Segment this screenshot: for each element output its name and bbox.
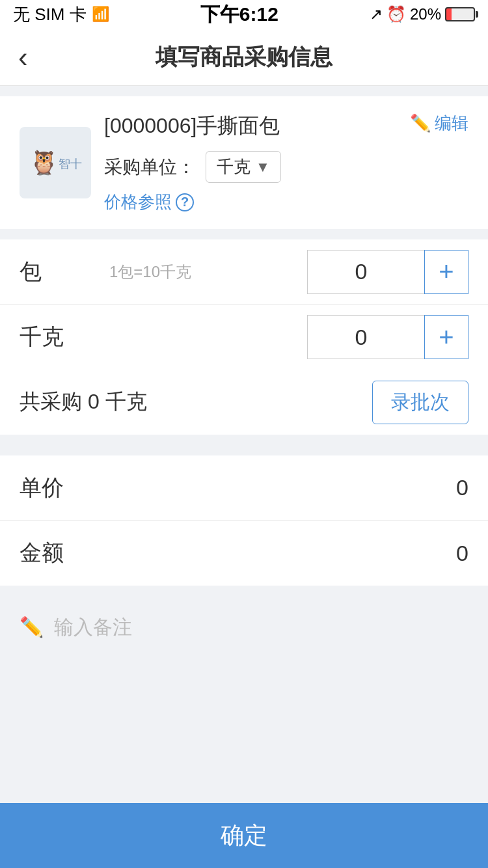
- unit-price-value: 0: [456, 475, 468, 500]
- battery-icon: [445, 7, 475, 21]
- product-unit-row: 采购单位： 千克 ▼: [104, 151, 468, 183]
- pack-label: 包: [20, 257, 104, 287]
- kg-plus-button[interactable]: +: [424, 315, 468, 359]
- amount-label: 金额: [20, 538, 64, 568]
- info-icon: ?: [176, 193, 194, 211]
- confirm-button[interactable]: 确定: [0, 803, 488, 868]
- price-section: 单价 0 金额 0: [0, 455, 488, 586]
- battery-text: 20%: [410, 5, 441, 23]
- pencil-icon: ✏️: [20, 616, 44, 638]
- product-logo-icon: 🦉: [29, 151, 59, 174]
- record-batch-button[interactable]: 录批次: [372, 381, 468, 424]
- amount-value: 0: [456, 541, 468, 566]
- remark-section[interactable]: ✏️ 输入备注: [0, 596, 488, 674]
- divider-1: [0, 229, 488, 239]
- pack-hint: 1包=10千克: [109, 262, 191, 282]
- pack-quantity-wrap: +: [307, 250, 468, 294]
- back-button[interactable]: ‹: [18, 43, 28, 72]
- pack-plus-button[interactable]: +: [424, 250, 468, 294]
- price-reference-link[interactable]: 价格参照 ?: [104, 191, 468, 213]
- alarm-icon: ⏰: [386, 5, 406, 23]
- location-icon: ↗: [370, 5, 383, 23]
- total-text: 共采购 0 千克: [20, 388, 147, 416]
- status-right: ↗ ⏰ 20%: [370, 5, 475, 23]
- price-ref-text: 价格参照: [104, 191, 172, 213]
- kg-quantity-wrap: +: [307, 315, 468, 359]
- status-bar: 无 SIM 卡 📶 下午6:12 ↗ ⏰ 20%: [0, 0, 488, 29]
- wifi-icon: 📶: [92, 6, 109, 23]
- content-area: 🦉 智十 [0000006]手撕面包 采购单位： 千克 ▼ 价格参照 ? ✏️ …: [0, 96, 488, 868]
- divider-2: [0, 435, 488, 445]
- remark-placeholder: 输入备注: [54, 614, 132, 641]
- status-carrier: 无 SIM 卡 📶: [13, 3, 109, 26]
- unit-label: 采购单位：: [104, 155, 195, 180]
- edit-icon: ✏️: [410, 113, 431, 133]
- unit-selector[interactable]: 千克 ▼: [206, 151, 281, 183]
- status-time: 下午6:12: [200, 1, 278, 28]
- product-card: 🦉 智十 [0000006]手撕面包 采购单位： 千克 ▼ 价格参照 ? ✏️ …: [0, 96, 488, 229]
- confirm-label: 确定: [221, 820, 267, 852]
- total-section: 共采购 0 千克 录批次: [0, 370, 488, 435]
- kg-input-row: 千克 +: [0, 305, 488, 370]
- quantity-input-section: 包 1包=10千克 + 千克 +: [0, 239, 488, 370]
- product-image: 🦉 智十: [20, 127, 91, 198]
- unit-value: 千克: [217, 156, 251, 178]
- kg-quantity-input[interactable]: [307, 315, 424, 359]
- unit-price-label: 单价: [20, 473, 64, 503]
- pack-quantity-input[interactable]: [307, 250, 424, 294]
- edit-button[interactable]: ✏️ 编辑: [410, 112, 468, 135]
- edit-label: 编辑: [435, 112, 468, 135]
- pack-input-row: 包 1包=10千克 +: [0, 239, 488, 305]
- unit-price-row: 单价 0: [0, 455, 488, 521]
- product-logo-text: 智十: [59, 156, 82, 172]
- dropdown-arrow-icon: ▼: [256, 159, 270, 176]
- nav-bar: ‹ 填写商品采购信息: [0, 29, 488, 86]
- amount-row: 金额 0: [0, 521, 488, 586]
- carrier-text: 无 SIM 卡: [13, 3, 87, 26]
- kg-label: 千克: [20, 322, 104, 352]
- page-title: 填写商品采购信息: [156, 42, 332, 72]
